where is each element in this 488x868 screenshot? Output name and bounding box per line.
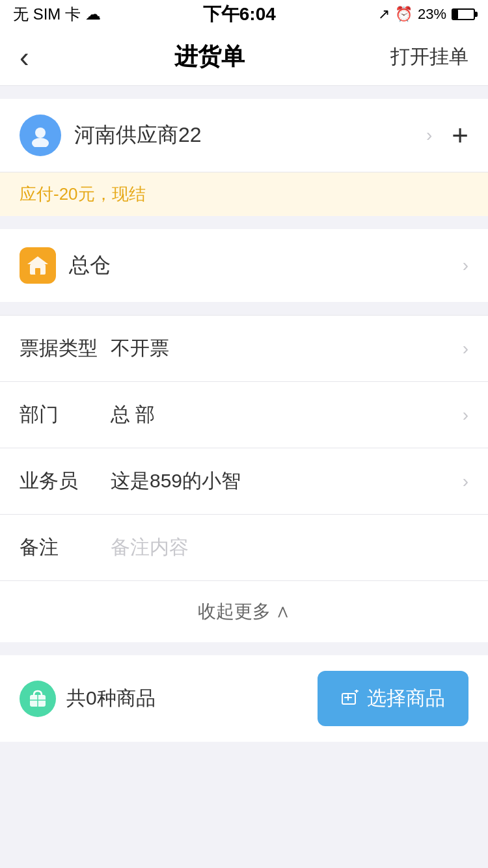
- collapse-label: 收起更多 ∧: [198, 601, 291, 621]
- section-gap-3: [0, 302, 488, 315]
- page-background: [0, 742, 488, 868]
- battery-icon: [452, 8, 475, 20]
- add-supplier-button[interactable]: +: [452, 121, 468, 150]
- remark-input[interactable]: 备注内容: [98, 534, 468, 561]
- form-section: 票据类型 不开票 › 部门 总 部 › 业务员 这是859的小智 › 备注 备注…: [0, 315, 488, 642]
- invoice-type-row[interactable]: 票据类型 不开票 ›: [0, 315, 488, 381]
- status-bar: 无 SIM 卡 ☁ 下午6:04 ↗ ⏰ 23%: [0, 0, 488, 29]
- status-time: 下午6:04: [203, 2, 276, 27]
- supplier-section: 河南供应商22 › + 应付-20元，现结: [0, 99, 488, 216]
- product-count-text: 共0种商品: [66, 685, 156, 712]
- department-arrow-icon: ›: [463, 405, 468, 426]
- section-gap-2: [0, 216, 488, 229]
- warehouse-row[interactable]: 总仓 ›: [0, 229, 488, 302]
- warehouse-name: 总仓: [69, 251, 463, 280]
- sim-label: 无 SIM 卡 ☁: [13, 4, 101, 25]
- section-gap-1: [0, 86, 488, 99]
- salesperson-label: 业务员: [20, 468, 98, 495]
- remark-label: 备注: [20, 534, 98, 561]
- select-product-label: 选择商品: [367, 685, 445, 712]
- warehouse-icon: [20, 247, 56, 284]
- supplier-row[interactable]: 河南供应商22 › +: [0, 99, 488, 172]
- warehouse-section: 总仓 ›: [0, 229, 488, 302]
- battery-label: 23%: [418, 6, 446, 23]
- collapse-button[interactable]: 收起更多 ∧: [0, 580, 488, 642]
- bottom-bar: 共0种商品 选择商品: [0, 655, 488, 742]
- supplier-name: 河南供应商22: [74, 121, 426, 150]
- open-pending-button[interactable]: 打开挂单: [390, 44, 468, 70]
- nav-bar: ‹ 进货单 打开挂单: [0, 29, 488, 86]
- location-icon: ↗: [378, 6, 390, 23]
- status-left: 无 SIM 卡 ☁: [13, 4, 101, 25]
- alarm-icon: ⏰: [395, 6, 413, 23]
- invoice-type-label: 票据类型: [20, 335, 98, 362]
- invoice-type-arrow-icon: ›: [463, 338, 468, 359]
- svg-rect-4: [35, 268, 40, 275]
- svg-marker-3: [27, 256, 48, 264]
- product-count-wrapper: 共0种商品: [20, 681, 156, 717]
- remark-row[interactable]: 备注 备注内容: [0, 514, 488, 580]
- invoice-type-value: 不开票: [98, 335, 463, 362]
- product-icon: [20, 681, 56, 717]
- salesperson-arrow-icon: ›: [463, 471, 468, 492]
- status-right: ↗ ⏰ 23%: [378, 6, 475, 23]
- svg-point-0: [35, 128, 46, 138]
- salesperson-value: 这是859的小智: [98, 468, 463, 495]
- svg-point-1: [32, 138, 49, 147]
- page-title: 进货单: [174, 41, 245, 73]
- select-product-button[interactable]: 选择商品: [318, 671, 468, 726]
- notice-text: 应付-20元，现结: [20, 184, 146, 204]
- supplier-avatar: [20, 115, 61, 156]
- warehouse-arrow-icon: ›: [463, 255, 468, 276]
- notice-bar: 应付-20元，现结: [0, 172, 488, 216]
- department-value: 总 部: [98, 401, 463, 428]
- supplier-arrow-icon: ›: [426, 125, 432, 146]
- department-row[interactable]: 部门 总 部 ›: [0, 381, 488, 448]
- salesperson-row[interactable]: 业务员 这是859的小智 ›: [0, 448, 488, 514]
- department-label: 部门: [20, 401, 98, 428]
- back-button[interactable]: ‹: [20, 41, 29, 74]
